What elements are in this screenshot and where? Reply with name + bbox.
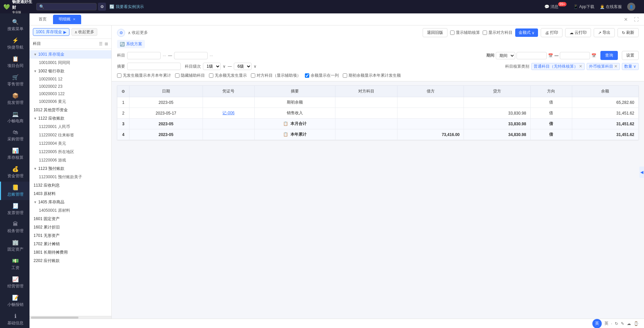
tree-item-11230001[interactable]: 11230001 预付账款美子 [30, 173, 111, 181]
sidebar-item-salary[interactable]: 💵 工资 [0, 255, 30, 273]
tree-item-1602[interactable]: 1602 累计折旧 [30, 223, 111, 232]
query-btn[interactable]: 查询 [600, 51, 618, 60]
sidebar-item-invoice[interactable]: 🧾 发票管理 [0, 200, 30, 218]
level-start-select[interactable]: 1级2级3级 [203, 63, 221, 70]
th-settings-icon[interactable]: ⚙ [121, 89, 125, 94]
tab-detail[interactable]: 明细账 ✕ [53, 15, 81, 24]
tree-item-11220001[interactable]: 11220001 人民币 [30, 123, 111, 131]
tree-item-11220005[interactable]: 11220005 所在地区 [30, 148, 111, 156]
sidebar-item-fixed-assets[interactable]: 🏢 固定资产 [0, 237, 30, 255]
period-calendar-icon[interactable]: 📅 [548, 53, 553, 58]
checkbox-no-occur-input[interactable] [117, 73, 121, 78]
checkbox-early-balance-input[interactable] [343, 73, 347, 78]
tree-expand-icon[interactable]: ⊞ [105, 42, 108, 46]
tree-item-1403[interactable]: 1403 原材料 [30, 190, 111, 198]
online-service-btn[interactable]: 👨‍💼 在线客服 [600, 4, 622, 10]
print-btn[interactable]: 🖨 打印 [541, 28, 562, 37]
tree-list-icon[interactable]: ☰ [99, 42, 103, 46]
sidebar-item-baseinfo[interactable]: ℹ 基础信息 [0, 310, 30, 328]
checkbox-no-balance[interactable]: 无余额无发生显示 [209, 73, 247, 78]
show-opposite-input[interactable] [483, 30, 487, 35]
checkbox-opposite-aux-input[interactable] [251, 73, 255, 78]
search-input[interactable] [46, 4, 94, 9]
system-plan-btn[interactable]: 🔄 系统方案 [117, 40, 145, 48]
lang-btn[interactable]: 英 [592, 319, 602, 328]
settings-btn[interactable]: 设置 [622, 51, 639, 60]
demo-link[interactable]: 🔄 我要看实例演示 [109, 4, 144, 10]
export-btn[interactable]: ↗ 导出 [594, 28, 615, 37]
summary-input[interactable] [127, 63, 181, 70]
show-aux-input[interactable] [450, 30, 454, 35]
sidebar-item-tax[interactable]: 🏛 税务管理 [0, 218, 30, 237]
settings-gear-btn[interactable]: ⚙ [98, 3, 106, 11]
checkbox-no-balance-input[interactable] [209, 73, 213, 78]
tree-item-1123[interactable]: ▼ 1123 预付账款 [30, 165, 111, 173]
bottom-icon-refresh[interactable]: ↻ [615, 321, 618, 326]
checkbox-early-balance[interactable]: 期初余额显示本年累计发生额 [343, 73, 401, 78]
checkbox-no-occur[interactable]: 无发生额显示本月本年累计 [117, 73, 171, 78]
tree-item-1405[interactable]: ▼ 1405 库存商品 [30, 198, 111, 206]
bottom-icon-time[interactable]: ⌚ [634, 321, 639, 326]
sidebar-item-capital[interactable]: 💰 资金管理 [0, 163, 30, 182]
tree-item-10020006[interactable]: 10020006 黄元 [30, 97, 111, 106]
period-type-select[interactable]: 期间 [496, 52, 515, 59]
tree-item-1801[interactable]: 1801 长期待摊费用 [30, 248, 111, 257]
more-btn[interactable]: ∧ 收起更多 [71, 28, 97, 36]
tree-item-14050001[interactable]: 14050001 原材料 [30, 206, 111, 215]
period-start-input[interactable]: 2023-05 [517, 52, 547, 59]
checkbox-hide-aux-input[interactable] [175, 73, 179, 78]
sidebar-item-project[interactable]: 📋 项目合同 [0, 53, 30, 71]
refresh-btn[interactable]: ↻ 刷新 [618, 28, 639, 37]
format-btn[interactable]: 金额式 ∨ [515, 28, 538, 37]
checkbox-opposite-aux[interactable]: 对方科目（显示辅助项） [251, 73, 301, 78]
sidebar-item-minisales[interactable]: 📝 小畅报销 [0, 292, 30, 310]
tree-item-11220004[interactable]: 11220004 美元 [30, 139, 111, 148]
sidebar-item-purchase[interactable]: 🛍 采购管理 [0, 127, 30, 145]
tab-close-all-btn[interactable]: ✕ [622, 17, 630, 22]
voucher-link[interactable]: 记-006 [222, 111, 234, 115]
tag-normal[interactable]: 普通科目（无特殊核算） ✕ [531, 63, 585, 70]
tab-home[interactable]: 首页 [33, 15, 52, 24]
tree-item-10010001[interactable]: 10010001 同同同 [30, 59, 111, 67]
tree-item-1012[interactable]: 1012 其他货币资金 [30, 106, 111, 114]
query-scheme-icon-btn[interactable]: ⚙ [117, 29, 125, 37]
period-end-input[interactable]: 2023-05 [560, 52, 590, 59]
tree-item-2202[interactable]: 2202 应付账款 [30, 257, 111, 265]
tree-item-1132[interactable]: 1132 应收利息 [30, 181, 111, 190]
return-old-btn[interactable]: 退回旧版 [423, 28, 447, 37]
sidebar-item-ecommerce[interactable]: 💻 小畅电商 [0, 108, 30, 127]
message-btn[interactable]: 💬 消息 99+ [544, 4, 568, 10]
tree-item-1122[interactable]: ▼ 1122 应收账款 [30, 114, 111, 123]
tree-item-1702[interactable]: 1702 累计摊销 [30, 240, 111, 248]
checkbox-balance-one-input[interactable] [305, 73, 309, 78]
checkbox-hide-aux[interactable]: 隐藏辅助科目 [175, 73, 205, 78]
sidebar-item-retail[interactable]: 🛒 零售管理 [0, 71, 30, 90]
sidebar-item-search[interactable]: 🔍 搜索菜单 [0, 16, 30, 35]
tag-foreign-remove[interactable]: ✕ [614, 64, 618, 69]
bottom-icon-1[interactable]: 英 [604, 321, 608, 326]
tag-foreign[interactable]: 外币核算科目 ✕ [587, 63, 620, 70]
sidebar-item-wholesale[interactable]: 📦 批发管理 [0, 90, 30, 108]
side-collapse-tab[interactable]: ◀ [639, 167, 644, 178]
bottom-icon-edit[interactable]: ✎ [621, 321, 624, 326]
tree-item-1601[interactable]: 1601 固定资产 [30, 215, 111, 223]
checkbox-balance-one[interactable]: 余额显示在一列 [305, 73, 339, 78]
show-aux-checkbox[interactable]: 显示辅助核算 [450, 30, 480, 36]
app-download-btn[interactable]: 📱 App下载 [573, 4, 594, 10]
tree-item-10020001[interactable]: 10020001 12 [30, 75, 111, 83]
tab-expand-btn[interactable]: ⛶ [632, 17, 641, 22]
bottom-icon-cloud[interactable]: ☁ [627, 321, 631, 326]
tree-item-10020003[interactable]: 10020003 122 [30, 90, 111, 97]
show-opposite-checkbox[interactable]: 显示对方科目 [483, 30, 513, 36]
tree-item-1001[interactable]: ▼ 1001 库存现金 [30, 50, 111, 59]
level-end-select[interactable]: 6级1级2级 [234, 63, 252, 70]
tree-hscrollbar[interactable] [31, 317, 78, 319]
tab-detail-close[interactable]: ✕ [73, 17, 75, 21]
collapse-btn[interactable]: ∧ 收起更多 [128, 30, 148, 36]
sidebar-item-stock[interactable]: 📊 库存核算 [0, 145, 30, 163]
sidebar-item-operations[interactable]: 📈 经营管理 [0, 273, 30, 292]
tree-item-11220002[interactable]: 11220002 往来标签 [30, 131, 111, 139]
tree-item-10020002[interactable]: 10020002 23 [30, 83, 111, 90]
tree-item-11220006[interactable]: 11220006 游戏 [30, 156, 111, 165]
tag-normal-remove[interactable]: ✕ [579, 64, 582, 69]
